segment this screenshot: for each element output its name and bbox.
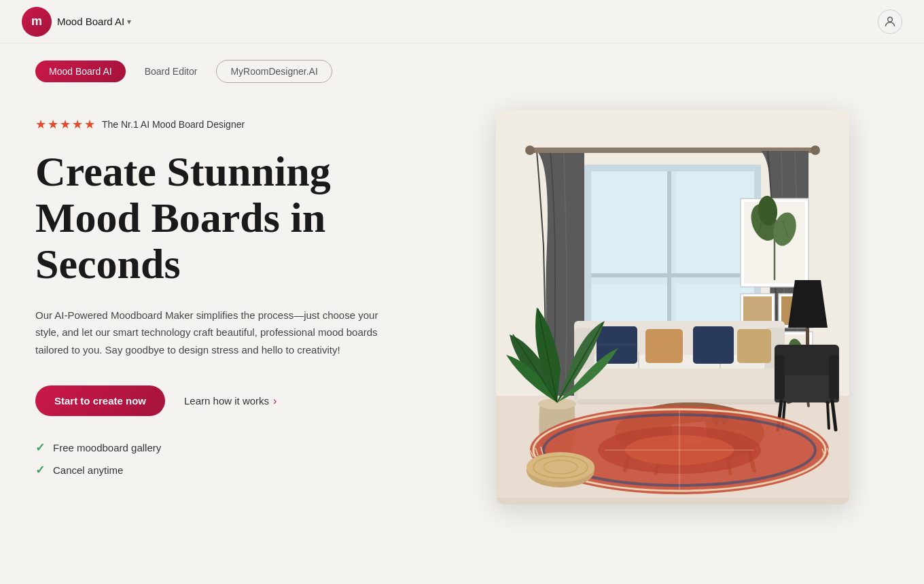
svg-point-13 bbox=[811, 145, 820, 155]
start-create-button[interactable]: Start to create now bbox=[35, 385, 165, 416]
svg-rect-47 bbox=[693, 326, 734, 364]
svg-rect-67 bbox=[775, 355, 785, 399]
hero-heading-line3: Seconds bbox=[35, 241, 181, 287]
star-4: ★ bbox=[72, 117, 83, 132]
arrow-right-icon: › bbox=[273, 395, 277, 407]
feature-item-gallery: ✓ Free moodboard gallery bbox=[35, 441, 429, 455]
star-2: ★ bbox=[48, 117, 58, 132]
left-column: ★ ★ ★ ★ ★ The Nr.1 AI Mood Board Designe… bbox=[35, 110, 429, 477]
check-icon-cancel: ✓ bbox=[35, 463, 45, 477]
hero-heading: Create Stunning Mood Boards in Seconds bbox=[35, 148, 429, 288]
star-1: ★ bbox=[35, 117, 46, 132]
feature-label-cancel: Cancel anytime bbox=[53, 464, 123, 476]
cta-row: Start to create now Learn how it works › bbox=[35, 385, 429, 416]
svg-rect-68 bbox=[829, 355, 839, 399]
svg-line-72 bbox=[828, 402, 829, 428]
room-image bbox=[496, 110, 849, 504]
hero-description: Our AI-Powered Moodboard Maker simplifie… bbox=[35, 307, 389, 359]
star-rating: ★ ★ ★ ★ ★ bbox=[35, 117, 95, 132]
svg-rect-10 bbox=[591, 273, 754, 277]
check-icon-gallery: ✓ bbox=[35, 441, 45, 455]
svg-rect-5 bbox=[591, 171, 669, 277]
navbar: m Mood Board AI ▾ bbox=[0, 0, 924, 44]
hero-heading-line2: Mood Boards in bbox=[35, 194, 325, 241]
learn-how-label: Learn how it works bbox=[184, 395, 269, 407]
right-column bbox=[457, 110, 889, 504]
svg-point-12 bbox=[525, 145, 535, 155]
nav-brand-text: Mood Board AI bbox=[57, 16, 124, 27]
features-list: ✓ Free moodboard gallery ✓ Cancel anytim… bbox=[35, 441, 429, 477]
svg-rect-89 bbox=[496, 498, 849, 504]
logo-icon[interactable]: m bbox=[22, 7, 52, 37]
star-5: ★ bbox=[84, 117, 95, 132]
nav-brand[interactable]: Mood Board AI ▾ bbox=[57, 16, 131, 27]
svg-rect-48 bbox=[737, 329, 771, 363]
svg-rect-23 bbox=[743, 296, 772, 325]
chevron-down-icon: ▾ bbox=[127, 17, 131, 27]
feature-item-cancel: ✓ Cancel anytime bbox=[35, 463, 429, 477]
feature-label-gallery: Free moodboard gallery bbox=[53, 442, 161, 453]
tabs-container: Mood Board AI Board Editor MyRoomDesigne… bbox=[0, 44, 924, 83]
user-account-button[interactable] bbox=[878, 10, 902, 34]
rating-label: The Nr.1 AI Mood Board Designer bbox=[102, 119, 245, 130]
svg-point-0 bbox=[888, 17, 893, 22]
svg-rect-43 bbox=[578, 368, 781, 402]
svg-rect-46 bbox=[645, 329, 683, 363]
learn-how-button[interactable]: Learn how it works › bbox=[184, 395, 277, 407]
navbar-left: m Mood Board AI ▾ bbox=[22, 7, 131, 37]
tab-mood-board-ai[interactable]: Mood Board AI bbox=[35, 61, 126, 82]
rating-row: ★ ★ ★ ★ ★ The Nr.1 AI Mood Board Designe… bbox=[35, 117, 429, 132]
main-content: ★ ★ ★ ★ ★ The Nr.1 AI Mood Board Designe… bbox=[0, 83, 924, 569]
star-3: ★ bbox=[60, 117, 71, 132]
tab-my-room-designer[interactable]: MyRoomDesigner.AI bbox=[216, 60, 332, 83]
hero-heading-line1: Create Stunning bbox=[35, 148, 331, 194]
tab-board-editor[interactable]: Board Editor bbox=[131, 61, 211, 82]
